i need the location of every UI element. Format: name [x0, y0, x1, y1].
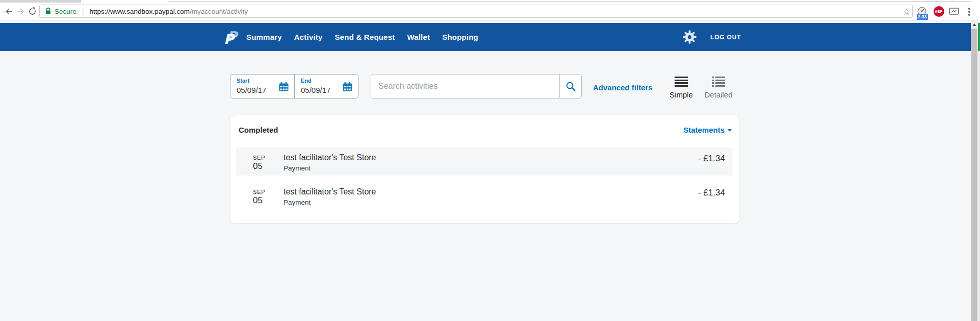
table-row[interactable]: SEP 05 test facilitator's Test Store Pay… — [236, 147, 733, 176]
screen-capture-icon — [948, 6, 960, 17]
transaction-type: Payment — [283, 164, 311, 172]
statements-dropdown[interactable]: Statements — [683, 126, 732, 134]
transaction-day: 05 — [253, 195, 263, 206]
screen: Secure | https://www.sandbox.paypal.com/… — [0, 0, 980, 321]
paypal-logo[interactable]: P P — [222, 28, 240, 47]
url-text: https://www.sandbox.paypal.com/myaccount… — [89, 8, 248, 15]
url-path: /myaccount/activity — [190, 8, 248, 15]
extension-badge: 2.33 — [917, 14, 928, 20]
settings-gear-icon[interactable] — [682, 30, 697, 44]
browser-toolbar: Secure | https://www.sandbox.paypal.com/… — [0, 3, 980, 20]
nav-item-summary[interactable]: Summary — [246, 33, 282, 41]
view-toggle-simple[interactable]: Simple — [668, 77, 694, 99]
nav-links: Summary Activity Send & Request Wallet S… — [246, 23, 478, 51]
bookmark-star-icon[interactable]: ☆ — [900, 6, 913, 18]
nav-item-wallet[interactable]: Wallet — [407, 33, 430, 41]
forward-arrow-icon — [16, 7, 25, 16]
nav-item-activity[interactable]: Activity — [294, 33, 323, 41]
search-input[interactable] — [371, 75, 559, 98]
chevron-down-icon — [728, 129, 732, 132]
table-row[interactable]: SEP 05 test facilitator's Test Store Pay… — [236, 182, 733, 210]
start-calendar-icon[interactable] — [279, 82, 289, 91]
transaction-month: SEP — [253, 189, 265, 195]
transaction-type: Payment — [283, 199, 311, 206]
speedometer-extension-icon[interactable]: 2.33 — [916, 6, 929, 18]
lock-icon — [45, 7, 51, 15]
paypal-navbar: P P Summary Activity Send & Request Wall… — [0, 23, 980, 51]
nav-item-send-request[interactable]: Send & Request — [335, 33, 395, 41]
scrollbar-thumb[interactable] — [971, 29, 977, 321]
end-date-input[interactable] — [301, 86, 337, 94]
end-calendar-icon[interactable] — [343, 82, 352, 91]
search-box — [371, 74, 582, 98]
search-icon — [565, 81, 576, 92]
transaction-day: 05 — [253, 161, 263, 171]
advanced-filters-link[interactable]: Advanced filters — [593, 83, 653, 92]
simple-label: Simple — [669, 90, 693, 99]
nav-item-shopping[interactable]: Shopping — [442, 33, 478, 41]
end-date-field[interactable]: End — [294, 75, 358, 98]
back-arrow-icon — [4, 7, 14, 16]
window-edge — [978, 0, 980, 23]
svg-text:P: P — [224, 31, 236, 47]
url-bar[interactable]: Secure | https://www.sandbox.paypal.com/… — [39, 5, 913, 18]
window-edge — [978, 51, 980, 321]
statements-label: Statements — [683, 126, 725, 134]
browser-menu-icon[interactable] — [967, 7, 972, 17]
detailed-label: Detailed — [704, 90, 732, 99]
url-host: https://www.sandbox.paypal.com — [89, 8, 190, 15]
screenshot-extension-icon[interactable] — [948, 6, 961, 18]
edge-green-strip — [978, 23, 980, 51]
date-range-filter: Start End — [230, 74, 358, 98]
logout-button[interactable]: LOG OUT — [710, 34, 741, 41]
detailed-list-icon — [712, 77, 725, 87]
forward-button[interactable] — [15, 6, 27, 17]
reload-icon — [28, 7, 37, 16]
start-date-input[interactable] — [237, 86, 272, 94]
activity-card: Completed Statements SEP 05 test facilit… — [230, 115, 739, 224]
transaction-amount: - £1.34 — [698, 154, 725, 164]
view-toggle-detailed[interactable]: Detailed — [703, 77, 734, 99]
reload-button[interactable] — [27, 6, 38, 17]
transaction-amount: - £1.34 — [698, 188, 725, 198]
scrollbar-up-arrow[interactable] — [971, 20, 978, 29]
secure-label: Secure — [55, 8, 76, 15]
transaction-title: test facilitator's Test Store — [283, 153, 376, 162]
transaction-month: SEP — [253, 155, 265, 161]
start-date-field[interactable]: Start — [230, 75, 294, 98]
transaction-title: test facilitator's Test Store — [283, 187, 376, 196]
section-title: Completed — [239, 126, 278, 134]
simple-list-icon — [675, 77, 688, 87]
adblock-extension-icon[interactable]: ABP — [933, 6, 945, 18]
search-button[interactable] — [559, 75, 581, 98]
back-button[interactable] — [3, 6, 15, 17]
url-separator: | — [82, 7, 84, 15]
abp-label: ABP — [934, 6, 944, 17]
tab-strip-divider — [168, 1, 971, 2]
scrollbar[interactable] — [971, 20, 978, 321]
